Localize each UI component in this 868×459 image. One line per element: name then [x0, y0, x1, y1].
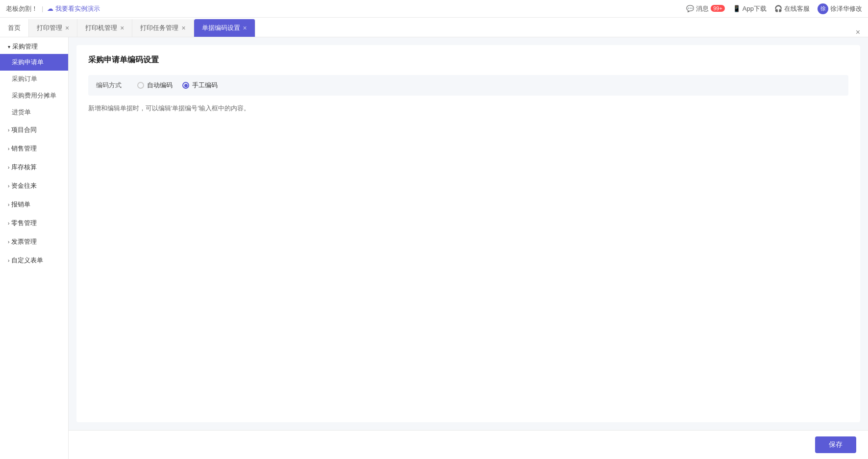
sidebar-item-inbound[interactable]: 进货单 [0, 104, 68, 121]
chevron-right-icon: › [8, 128, 9, 133]
tab-print-task[interactable]: 打印任务管理 × [132, 19, 194, 37]
content-footer: 保存 [69, 430, 868, 459]
top-bar: 老板勿割！ | ☁ 我要看实例演示 💬 消息 99+ 📱 App下载 🎧 在线客… [0, 0, 868, 18]
download-icon: 📱 [733, 5, 741, 12]
app-download-item[interactable]: 📱 App下载 [733, 4, 767, 13]
content-inner: 采购申请单编码设置 编码方式 自动编码 手工编码 新增和编辑单据时，可以编辑'单… [76, 45, 860, 422]
cloud-icon: ☁ [47, 5, 53, 12]
radio-auto[interactable]: 自动编码 [137, 81, 173, 90]
tab-single-code[interactable]: 单据编码设置 × [194, 19, 255, 37]
online-service-item[interactable]: 🎧 在线客服 [774, 4, 810, 13]
user-avatar: 徐 [818, 3, 828, 14]
sidebar-group-procurement: ▾ 采购管理 采购申请单 采购订单 采购费用分摊单 进货单 [0, 37, 68, 121]
sidebar-item-purchase-request[interactable]: 采购申请单 [0, 54, 68, 71]
radio-manual[interactable]: 手工编码 [182, 81, 218, 90]
tab-bar: 首页 打印管理 × 打印机管理 × 打印任务管理 × 单据编码设置 × × [0, 18, 868, 37]
sidebar: ▾ 采购管理 采购申请单 采购订单 采购费用分摊单 进货单 › 项目合同 › 销… [0, 37, 69, 459]
radio-manual-circle [182, 82, 189, 89]
page-title: 采购申请单编码设置 [88, 55, 848, 65]
chevron-right-icon-4: › [8, 183, 9, 189]
chevron-down-icon: ▾ [8, 44, 10, 50]
tab-bar-close-all[interactable]: × [848, 28, 868, 37]
top-bar-right: 💬 消息 99+ 📱 App下载 🎧 在线客服 徐 徐泽华修改 [686, 3, 862, 14]
chevron-right-icon-3: › [8, 165, 9, 170]
description-text: 新增和编辑单据时，可以编辑'单据编号'输入框中的内容。 [88, 103, 848, 114]
tab-single-code-close[interactable]: × [243, 25, 247, 31]
message-item[interactable]: 💬 消息 99+ [686, 4, 725, 13]
user-item[interactable]: 徐 徐泽华修改 [818, 3, 862, 14]
chevron-right-icon-7: › [8, 239, 9, 245]
coding-row: 编码方式 自动编码 手工编码 [88, 75, 848, 96]
sidebar-group-capital[interactable]: › 资金往来 [0, 177, 68, 195]
tab-print-manage-close[interactable]: × [65, 25, 69, 31]
top-bar-left: 老板勿割！ | ☁ 我要看实例演示 [6, 4, 100, 13]
sidebar-item-purchase-order[interactable]: 采购订单 [0, 71, 68, 87]
tab-printer-manage-label: 打印机管理 [85, 24, 117, 32]
sidebar-group-inventory[interactable]: › 库存核算 [0, 158, 68, 177]
radio-auto-label: 自动编码 [147, 81, 173, 90]
brand-text: 老板勿割！ [6, 4, 38, 13]
save-button[interactable]: 保存 [815, 436, 856, 453]
main-layout: ▾ 采购管理 采购申请单 采购订单 采购费用分摊单 进货单 › 项目合同 › 销… [0, 37, 868, 459]
tab-print-manage[interactable]: 打印管理 × [29, 19, 77, 37]
sidebar-item-purchase-expense[interactable]: 采购费用分摊单 [0, 87, 68, 104]
sidebar-group-procurement-title[interactable]: ▾ 采购管理 [0, 37, 68, 54]
message-icon: 💬 [686, 5, 694, 12]
tab-print-manage-label: 打印管理 [37, 24, 62, 32]
radio-auto-circle [137, 82, 144, 89]
content-area: 采购申请单编码设置 编码方式 自动编码 手工编码 新增和编辑单据时，可以编辑'单… [69, 37, 868, 459]
sidebar-group-custom[interactable]: › 自定义表单 [0, 251, 68, 270]
tab-printer-manage-close[interactable]: × [120, 25, 124, 31]
tab-print-task-close[interactable]: × [181, 25, 185, 31]
chevron-right-icon-8: › [8, 258, 9, 263]
radio-group: 自动编码 手工编码 [137, 81, 218, 90]
demo-link[interactable]: ☁ 我要看实例演示 [47, 4, 100, 13]
tab-single-code-label: 单据编码设置 [202, 24, 240, 32]
tab-printer-manage[interactable]: 打印机管理 × [77, 19, 132, 37]
tab-print-task-label: 打印任务管理 [140, 24, 178, 32]
sidebar-group-sales[interactable]: › 销售管理 [0, 139, 68, 158]
chevron-right-icon-2: › [8, 146, 9, 152]
coding-label: 编码方式 [96, 81, 125, 90]
sidebar-group-returns[interactable]: › 报销单 [0, 195, 68, 214]
message-badge: 99+ [711, 5, 725, 12]
chevron-right-icon-5: › [8, 202, 9, 207]
radio-manual-label: 手工编码 [192, 81, 218, 90]
sidebar-group-invoice[interactable]: › 发票管理 [0, 232, 68, 251]
headset-icon: 🎧 [774, 5, 782, 12]
sidebar-group-retail[interactable]: › 零售管理 [0, 214, 68, 232]
tab-home-label: 首页 [8, 24, 21, 32]
sidebar-group-project[interactable]: › 项目合同 [0, 121, 68, 139]
tab-home[interactable]: 首页 [0, 19, 29, 37]
chevron-right-icon-6: › [8, 221, 9, 226]
